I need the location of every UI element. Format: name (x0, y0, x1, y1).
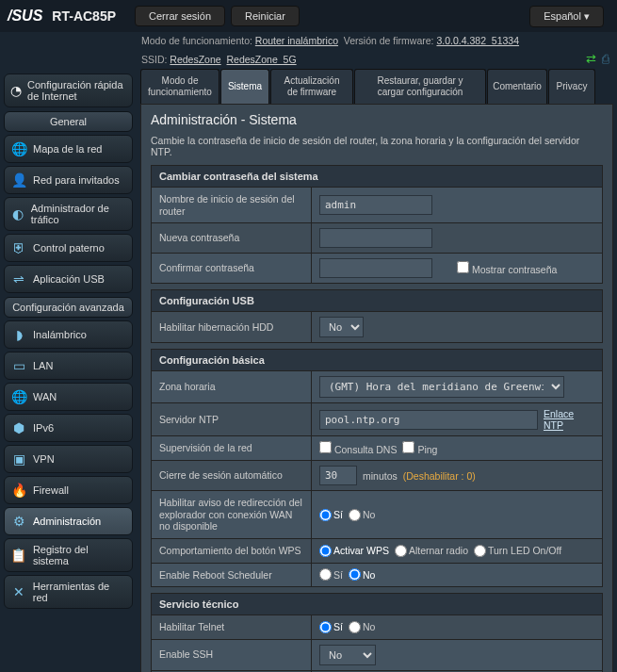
usb-icon: ⇌ (10, 270, 27, 287)
sidebar-item-network-tools[interactable]: ✕Herramientas de red (4, 575, 133, 609)
ping-checkbox[interactable] (402, 441, 414, 453)
page-title: Administración - Sistema (151, 112, 603, 127)
timezone-select[interactable]: (GMT) Hora del meridiano de Greenwich (319, 376, 564, 398)
tab-operation-mode[interactable]: Modo de funcionamiento (140, 69, 219, 104)
section-password: Cambiar contraseña del sistema (151, 165, 603, 188)
telnet-yes-radio[interactable] (319, 621, 332, 633)
reboot-no-radio[interactable] (349, 568, 361, 581)
dns-query-checkbox[interactable] (319, 441, 332, 453)
meter-icon: ◐ (10, 205, 25, 222)
log-icon: 📋 (10, 547, 27, 564)
fire-icon: 🔥 (10, 482, 27, 499)
sidebar-item-network-map[interactable]: 🌐Mapa de la red (4, 135, 133, 163)
login-name-label: Nombre de inicio de sesión del router (152, 188, 312, 222)
sidebar-item-lan[interactable]: ▭LAN (4, 352, 133, 380)
redirect-yes-radio[interactable] (319, 509, 332, 521)
model-label: RT-AC85P (52, 8, 116, 24)
section-service: Servicio técnico (151, 593, 603, 615)
shield-icon: ⛨ (10, 239, 27, 256)
wps-led-radio[interactable] (474, 545, 486, 557)
sidebar-item-administration[interactable]: ⚙Administración (4, 507, 133, 535)
main-content: Modo de funcionamiento Sistema Actualiza… (137, 69, 617, 672)
sidebar-item-usb-app[interactable]: ⇌Aplicación USB (4, 265, 133, 293)
sidebar: ◔ Configuración rápida de Internet Gener… (0, 69, 137, 672)
user-icon: 👤 (10, 172, 27, 188)
reboot-scheduler-label: Enable Reboot Scheduler (152, 564, 312, 587)
ntp-server-label: Servidor NTP (152, 403, 312, 435)
ssid-link-1[interactable]: RedesZone (170, 54, 220, 65)
wifi-status-icon[interactable]: ⇄ (586, 52, 596, 66)
op-mode-link[interactable]: Router inalámbrico (255, 35, 338, 46)
settings-panel: Administración - Sistema Cambie la contr… (140, 104, 613, 672)
ntp-server-input[interactable] (319, 410, 538, 430)
auto-logout-input[interactable] (319, 466, 357, 485)
hdd-hibernate-select[interactable]: No (319, 317, 364, 337)
brand-logo: /SUS (8, 8, 42, 25)
telnet-no-radio[interactable] (349, 621, 361, 633)
tools-icon: ✕ (10, 583, 27, 600)
reboot-button[interactable]: Reiniciar (231, 6, 300, 26)
info-line-1: Modo de funcionamiento: Router inalámbri… (0, 32, 617, 49)
tab-system[interactable]: Sistema (220, 69, 269, 104)
hdd-hibernate-label: Habilitar hibernación HDD (152, 312, 312, 342)
sidebar-item-firewall[interactable]: 🔥Firewall (4, 476, 133, 504)
auto-logout-label: Cierre de sesión automático (152, 461, 312, 490)
ipv6-icon: ⬢ (10, 419, 27, 436)
sidebar-item-parental-control[interactable]: ⛨Control paterno (4, 234, 133, 262)
sidebar-header-advanced: Configuración avanzada (4, 297, 133, 318)
sidebar-item-guest-network[interactable]: 👤Red para invitados (4, 166, 133, 194)
sidebar-item-system-log[interactable]: 📋Registro del sistema (4, 538, 133, 572)
usb-status-icon[interactable]: ⎙ (602, 52, 609, 66)
redirect-notice-label: Habilitar aviso de redirección del explo… (152, 491, 312, 538)
sidebar-item-ipv6[interactable]: ⬢IPv6 (4, 414, 133, 442)
sidebar-item-traffic-manager[interactable]: ◐Administrador de tráfico (4, 197, 133, 231)
tab-feedback[interactable]: Comentario (487, 69, 547, 104)
ssid-link-2[interactable]: RedesZone_5G (227, 54, 297, 65)
redirect-no-radio[interactable] (349, 509, 361, 521)
wps-toggle-radio[interactable] (395, 545, 407, 557)
new-password-label: Nueva contraseña (152, 223, 312, 253)
ssh-label: Enable SSH (152, 640, 312, 670)
new-password-input[interactable] (319, 228, 432, 248)
firmware-link[interactable]: 3.0.0.4.382_51334 (436, 35, 519, 46)
show-password-checkbox[interactable] (457, 261, 469, 273)
vpn-icon: ▣ (10, 451, 27, 467)
section-basic: Configuración básica (151, 349, 603, 371)
page-description: Cambie la contraseña de inicio de sesión… (151, 135, 603, 157)
login-name-input[interactable] (319, 195, 432, 215)
globe-icon: 🌐 (10, 140, 27, 157)
gear-icon: ⚙ (10, 513, 27, 530)
tab-privacy[interactable]: Privacy (548, 69, 595, 104)
info-line-2: SSID: RedesZone RedesZone_5G ⇄ ⎙ (0, 49, 617, 69)
language-button[interactable]: Español ▾ (529, 6, 604, 27)
confirm-password-label: Confirmar contraseña (152, 254, 312, 283)
ntp-link[interactable]: Enlace NTP (544, 408, 594, 431)
lan-icon: ▭ (10, 357, 27, 374)
logout-button[interactable]: Cerrar sesión (135, 6, 225, 26)
wifi-icon: ◗ (10, 326, 27, 343)
tabs: Modo de funcionamiento Sistema Actualiza… (140, 69, 613, 104)
section-usb: Configuración USB (151, 289, 603, 312)
ssh-select[interactable]: No (319, 645, 376, 665)
wan-icon: 🌐 (10, 388, 27, 405)
timezone-label: Zona horaria (152, 371, 312, 402)
sidebar-item-vpn[interactable]: ▣VPN (4, 445, 133, 473)
wps-activate-radio[interactable] (319, 545, 332, 557)
network-monitor-label: Supervisión de la red (152, 436, 312, 460)
telnet-label: Habilitar Telnet (152, 615, 312, 639)
gauge-icon: ◔ (10, 82, 22, 99)
sidebar-item-wan[interactable]: 🌐WAN (4, 383, 133, 411)
top-bar: /SUS RT-AC85P Cerrar sesión Reiniciar Es… (0, 0, 617, 32)
confirm-password-input[interactable] (319, 258, 432, 278)
tab-firmware-upgrade[interactable]: Actualización de firmware (270, 69, 353, 104)
sidebar-item-wireless[interactable]: ◗Inalámbrico (4, 320, 133, 349)
reboot-yes-radio[interactable] (319, 568, 332, 581)
tab-restore-save[interactable]: Restaurar, guardar y cargar configuració… (354, 69, 486, 104)
sidebar-header-general: General (4, 111, 133, 132)
wps-behavior-label: Comportamiento del botón WPS (152, 539, 312, 563)
sidebar-item-quick-setup[interactable]: ◔ Configuración rápida de Internet (4, 74, 133, 107)
